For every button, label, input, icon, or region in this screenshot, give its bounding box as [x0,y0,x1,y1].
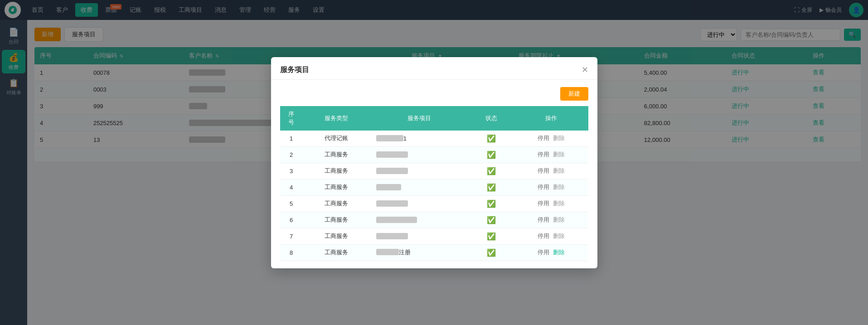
modal-cell-status: ✅ [469,131,514,147]
modal-cell-seq: 3 [280,163,303,179]
modal-col-status: 状态 [469,106,514,131]
modal-table-scroll[interactable]: 序号 服务类型 服务项目 状态 操作 1 代理记账 ████1 ✅ [280,106,588,261]
modal-col-seq: 序号 [280,106,303,131]
modal-cell-seq: 5 [280,195,303,212]
modal-body: 新建 序号 服务类型 服务项目 状态 操作 [271,80,597,268]
modal-cell-action[interactable]: 停用删除 [514,195,588,212]
modal-table-row: 5 工商服务 ████ ✅ 停用删除 [280,195,588,212]
modal-cell-action[interactable]: 停用删除 [514,179,588,195]
modal-cell-status: ✅ [469,244,514,261]
modal-table-row: 3 工商服务 ████ ✅ 停用删除 [280,163,588,179]
modal-cell-type: 工商服务 [303,163,370,179]
modal-cell-seq: 6 [280,212,303,228]
modal-cell-status: ✅ [469,195,514,212]
modal-cell-status: ✅ [469,179,514,195]
modal-cell-status: ✅ [469,163,514,179]
modal-cell-type: 工商服务 [303,146,370,163]
modal-col-item: 服务项目 [370,106,469,131]
modal-header: 服务项目 ✕ [271,57,597,80]
modal-cell-status: ✅ [469,212,514,228]
modal-cell-item: ██████ [370,212,469,228]
modal-table-row: 4 工商服务 ███ ✅ 停用删除 [280,179,588,195]
modal-cell-seq: 7 [280,228,303,244]
modal-cell-type: 工商服务 [303,244,370,261]
modal-new-button[interactable]: 新建 [560,87,588,101]
modal-col-type: 服务类型 [303,106,370,131]
modal-cell-status: ✅ [469,228,514,244]
modal-close-button[interactable]: ✕ [582,66,588,74]
modal-cell-item: ████ [370,195,469,212]
modal-cell-action[interactable]: 停用删除 [514,146,588,163]
modal-table-row: 7 工商服务 ████ ✅ 停用删除 [280,228,588,244]
modal-cell-seq: 2 [280,146,303,163]
modal-cell-type: 代理记账 [303,131,370,147]
modal-overlay[interactable]: 服务项目 ✕ 新建 序号 服务类型 服务项目 状态 操作 [0,0,868,325]
modal-cell-item: ████ [370,228,469,244]
modal-cell-action[interactable]: 停用删除 [514,131,588,147]
modal-cell-action[interactable]: 停用删除 [514,163,588,179]
modal-toolbar: 新建 [280,87,588,101]
modal-cell-item: ███ [370,179,469,195]
modal-table-row: 6 工商服务 ██████ ✅ 停用删除 [280,212,588,228]
modal-cell-action[interactable]: 停用删除 [514,244,588,261]
service-items-table: 序号 服务类型 服务项目 状态 操作 1 代理记账 ████1 ✅ [280,106,588,261]
modal-table-header: 序号 服务类型 服务项目 状态 操作 [280,106,588,131]
modal-cell-seq: 1 [280,131,303,147]
modal-cell-action[interactable]: 停用删除 [514,228,588,244]
modal-cell-type: 工商服务 [303,195,370,212]
modal-cell-type: 工商服务 [303,228,370,244]
service-items-modal: 服务项目 ✕ 新建 序号 服务类型 服务项目 状态 操作 [271,57,597,268]
modal-cell-type: 工商服务 [303,212,370,228]
modal-cell-item: ████1 [370,131,469,147]
modal-title: 服务项目 [280,65,309,75]
modal-cell-item: ████ [370,146,469,163]
modal-cell-item: ████ [370,163,469,179]
modal-cell-action[interactable]: 停用删除 [514,212,588,228]
modal-table-row: 1 代理记账 ████1 ✅ 停用删除 [280,131,588,147]
modal-cell-type: 工商服务 [303,179,370,195]
modal-table-row: 8 工商服务 ███注册 ✅ 停用删除 [280,244,588,261]
modal-cell-status: ✅ [469,146,514,163]
modal-col-action: 操作 [514,106,588,131]
modal-table-row: 2 工商服务 ████ ✅ 停用删除 [280,146,588,163]
modal-cell-seq: 4 [280,179,303,195]
modal-cell-seq: 8 [280,244,303,261]
modal-cell-item: ███注册 [370,244,469,261]
